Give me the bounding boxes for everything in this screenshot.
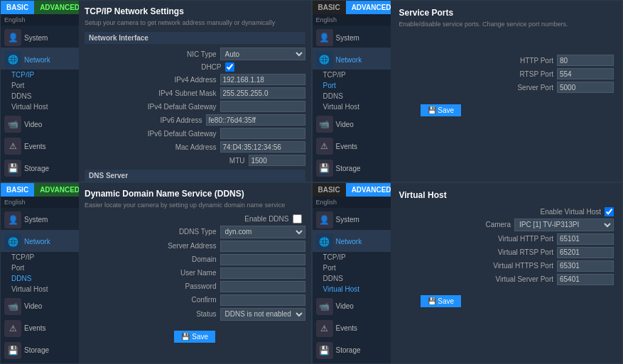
nav-storage-label-tcpip: Storage [24,165,49,172]
events-icon-ports: ⚠ [316,138,333,155]
video-icon-virtualhost: 📹 [316,298,333,315]
nav-sub-vh-tcpip[interactable]: Virtual Host [1,101,79,112]
nav-sub-vh-ddns[interactable]: Virtual Host [1,284,79,294]
virtual-server-input[interactable] [557,274,614,285]
enable-ddns-checkbox[interactable] [293,214,302,224]
dhcp-row: DHCP [85,62,305,72]
nav-network-ports[interactable]: 🌐 Network [313,48,391,70]
tab-advanced-virtualhost[interactable]: ADVANCED [346,183,397,197]
nic-type-select[interactable]: Auto [220,48,305,60]
tab-basic-ports[interactable]: BASIC [313,1,346,14]
ipv6-addr-input[interactable] [206,114,305,126]
mtu-input[interactable] [249,155,305,166]
status-select[interactable]: DDNS is not enabled [220,308,305,321]
virtual-server-label: Virtual Server Port [468,275,553,283]
nav-sub-port-virtualhost[interactable]: Port [313,263,391,273]
virtual-http-input[interactable] [557,233,614,245]
virtual-rtsp-input[interactable] [557,247,614,258]
username-input[interactable] [220,268,305,279]
ipv4-addr-input[interactable] [220,74,305,85]
ipv4-subnet-input[interactable] [220,87,305,99]
rtsp-port-label: RTSP Port [489,70,553,78]
status-row: Status DDNS is not enabled [85,308,305,321]
tab-advanced-tcpip[interactable]: ADVANCED [34,1,85,14]
nav-events-ports[interactable]: ⚠ Events [313,134,391,156]
nav-sub-port-tcpip[interactable]: Port [1,80,79,91]
nav-storage-virtualhost[interactable]: 💾 Storage [313,338,391,360]
desc-tcpip: Setup your camera to get network address… [85,19,305,26]
nav-video-label-ports: Video [336,121,354,128]
nav-events-tcpip[interactable]: ⚠ Events [1,134,79,156]
tab-bar-ports: BASIC ADVANCED [313,1,391,14]
nav-sub-tcpip-virtualhost[interactable]: TCP/IP [313,252,391,263]
nav-video-ddns[interactable]: 📹 Video [1,294,79,316]
password-input[interactable] [220,281,305,292]
save-button-virtualhost[interactable]: 💾 Save [421,295,462,307]
nav-video-tcpip[interactable]: 📹 Video [1,112,79,134]
nav-sub-tcpip-ddns[interactable]: TCP/IP [1,252,79,263]
nav-sub-tcpip-ports[interactable]: TCP/IP [313,70,391,80]
nav-sub-vh-virtualhost[interactable]: Virtual Host [313,284,391,294]
enable-vh-checkbox[interactable] [605,207,614,216]
content-virtualhost: Virtual Host Enable Virtual Host Camera … [391,183,623,364]
storage-icon-tcpip: 💾 [4,160,21,177]
http-port-label: HTTP Port [489,57,553,65]
nav-system-ports[interactable]: 👤 System [313,26,391,48]
nav-events-ddns[interactable]: ⚠ Events [1,316,79,338]
nav-sub-tcpip[interactable]: TCP/IP [1,70,79,80]
virtual-http-label: Virtual HTTP Port [468,235,553,243]
lang-label-virtualhost: English [313,197,391,208]
network-icon-virtualhost: 🌐 [316,233,333,250]
storage-icon-ports: 💾 [316,160,333,177]
ipv6-gw-input[interactable] [220,128,305,139]
save-button-ports[interactable]: 💾 Save [421,104,462,116]
nav-sub-ddns-ddns[interactable]: DDNS [1,273,79,284]
tab-advanced-ddns[interactable]: ADVANCED [34,183,85,197]
tab-basic-ddns[interactable]: BASIC [1,183,34,197]
nav-video-virtualhost[interactable]: 📹 Video [313,294,391,316]
tab-basic-tcpip[interactable]: BASIC [1,1,34,14]
nav-sub-port-ddns[interactable]: Port [1,263,79,273]
nav-system-virtualhost[interactable]: 👤 System [313,208,391,230]
http-port-input[interactable] [557,55,614,66]
nav-sub-ddns-ports[interactable]: DDNS [313,91,391,101]
rtsp-port-input[interactable] [557,68,614,79]
nav-network-ddns[interactable]: 🌐 Network [1,230,79,252]
nav-network-tcpip[interactable]: 🌐 Network [1,48,79,70]
nav-network-label-tcpip: Network [24,56,50,64]
nav-storage-ports[interactable]: 💾 Storage [313,156,391,178]
nav-events-label-virtualhost: Events [336,324,358,332]
ipv4-gw-input[interactable] [220,101,305,112]
confirm-input[interactable] [220,294,305,306]
nav-storage-ddns[interactable]: 💾 Storage [1,338,79,360]
server-addr-row: Server Address [85,241,305,252]
confirm-row: Confirm [85,294,305,306]
nav-network-virtualhost[interactable]: 🌐 Network [313,230,391,252]
server-port-input[interactable] [557,82,614,93]
dhcp-checkbox[interactable] [225,62,234,72]
nav-sub-ddns-virtualhost[interactable]: DDNS [313,273,391,284]
nav-events-virtualhost[interactable]: ⚠ Events [313,316,391,338]
nav-storage-tcpip[interactable]: 💾 Storage [1,156,79,178]
nav-system-tcpip[interactable]: 👤 System [1,26,79,48]
nav-sub-vh-ports[interactable]: Virtual Host [313,101,391,112]
nic-type-row: NIC Type Auto [85,48,305,60]
ddns-type-select[interactable]: dyn.com [220,226,305,238]
nav-system-ddns[interactable]: 👤 System [1,208,79,230]
nav-sub-ddns-tcpip[interactable]: DDNS [1,91,79,101]
virtual-https-input[interactable] [557,260,614,272]
camera-select[interactable]: IPC [1] TV-IP313PI [514,219,614,231]
sidebar-tcpip: BASIC ADVANCED English 👤 System 🌐 Networ… [1,1,79,182]
domain-input[interactable] [220,254,305,265]
save-button-ddns[interactable]: 💾 Save [174,331,215,343]
tab-basic-virtualhost[interactable]: BASIC [313,183,346,197]
mac-input[interactable] [220,141,305,153]
nav-video-ports[interactable]: 📹 Video [313,112,391,134]
desc-ports: Enable/disable service ports. Change ser… [399,21,614,28]
content-ports: Service Ports Enable/disable service por… [391,1,623,182]
password-label: Password [153,282,217,290]
nav-sub-port-ports[interactable]: Port [313,80,391,91]
events-icon-tcpip: ⚠ [4,138,21,155]
server-addr-input[interactable] [220,241,305,252]
tab-advanced-ports[interactable]: ADVANCED [346,1,397,14]
